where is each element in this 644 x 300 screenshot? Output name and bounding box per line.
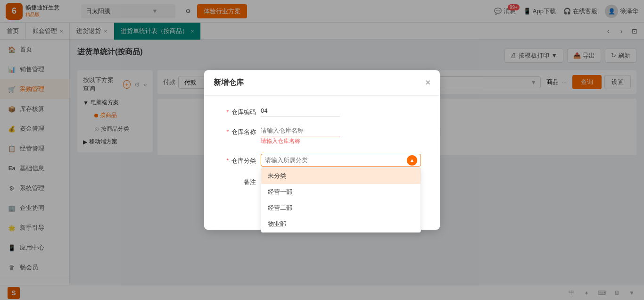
form-row-name: * 仓库名称 请输入仓库名称 [223, 125, 421, 145]
modal-header: 新增仓库 × [204, 70, 440, 96]
category-label: * 仓库分类 [223, 154, 261, 165]
category-input[interactable] [261, 154, 421, 167]
code-label: * 仓库编码 [223, 105, 261, 117]
note-label: 备注 [223, 175, 261, 186]
category-dropdown: 未分类 经营一部 经营二部 物业部 [261, 167, 421, 233]
modal-overlay: 新增仓库 × * 仓库编码 * 仓库名称 [0, 0, 644, 300]
name-label: * 仓库名称 [223, 125, 261, 136]
cat-option-uncategorized[interactable]: 未分类 [261, 168, 421, 184]
name-input[interactable] [261, 125, 340, 136]
form-row-category: * 仓库分类 ▲ 未分类 经营一部 经营二部 物业部 [223, 154, 421, 167]
modal-close-button[interactable]: × [425, 78, 430, 88]
cat-option-dept2[interactable]: 经营二部 [261, 200, 421, 216]
modal-body: * 仓库编码 * 仓库名称 请输入仓库名称 [204, 96, 440, 200]
modal-title: 新增仓库 [214, 78, 244, 88]
cat-option-dept1[interactable]: 经营一部 [261, 184, 421, 200]
name-error-msg: 请输入仓库名称 [261, 137, 421, 145]
category-input-wrapper: ▲ 未分类 经营一部 经营二部 物业部 [261, 154, 421, 167]
modal-new-warehouse: 新增仓库 × * 仓库编码 * 仓库名称 [204, 70, 440, 230]
category-toggle-btn[interactable]: ▲ [407, 155, 417, 166]
form-row-code: * 仓库编码 [223, 105, 421, 117]
cat-option-dept3[interactable]: 物业部 [261, 216, 421, 232]
code-input[interactable] [261, 105, 340, 117]
